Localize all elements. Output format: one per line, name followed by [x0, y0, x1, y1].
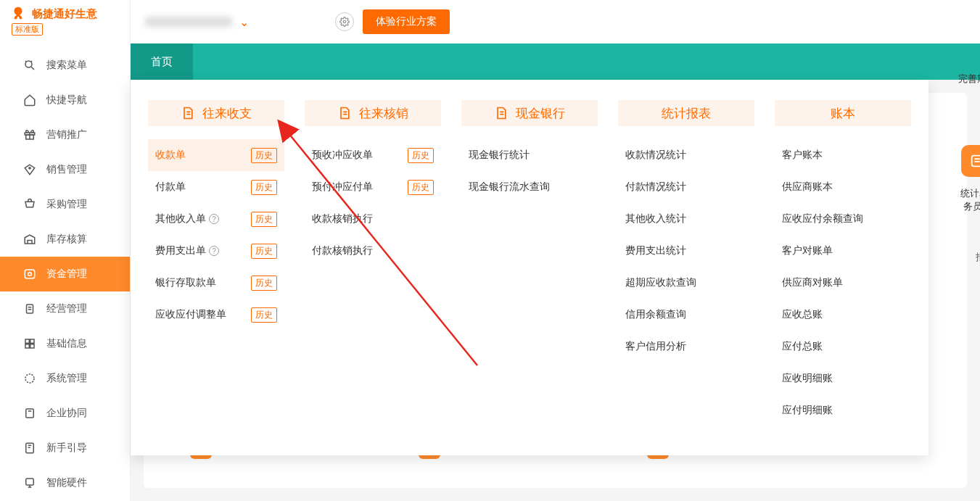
sidebar-item-12[interactable]: 智能硬件: [0, 465, 130, 500]
history-tag[interactable]: 历史: [408, 148, 434, 163]
menu-item-label: 收款情况统计: [625, 149, 686, 162]
menu-item-4-7[interactable]: 应收明细账: [775, 363, 911, 394]
home-icon: [23, 94, 36, 107]
help-icon[interactable]: ?: [209, 214, 219, 224]
mega-col-header: 统计报表: [618, 100, 754, 126]
menu-item-4-0[interactable]: 客户账本: [775, 139, 911, 171]
menu-item-4-8[interactable]: 应付明细账: [775, 394, 911, 426]
sidebar-item-10[interactable]: 企业协同: [0, 396, 130, 431]
menu-item-label: 应收总账: [782, 308, 823, 321]
clipboard-icon: [23, 302, 36, 315]
sidebar-item-label: 经营管理: [46, 302, 87, 315]
history-tag[interactable]: 历史: [251, 307, 277, 323]
sidebar-item-label: 智能硬件: [46, 476, 87, 489]
menu-item-4-6[interactable]: 应付总账: [775, 331, 911, 363]
menu-item-3-5[interactable]: 信用余额查询: [618, 299, 754, 331]
menu-item-4-1[interactable]: 供应商账本: [775, 171, 911, 203]
history-tag[interactable]: 历史: [251, 276, 277, 291]
logo-text: 畅捷通好生意: [32, 7, 97, 21]
mega-col-header: 账本: [775, 100, 911, 126]
menu-item-2-1[interactable]: 现金银行流水查询: [461, 171, 598, 203]
sidebar-item-4[interactable]: 采购管理: [0, 187, 130, 222]
menu-item-0-1[interactable]: 付款单历史: [148, 171, 284, 203]
menu-item-3-3[interactable]: 费用支出统计: [618, 235, 754, 267]
menu-item-4-5[interactable]: 应收总账: [775, 299, 911, 331]
svg-point-14: [343, 20, 346, 23]
svg-rect-8: [25, 344, 29, 348]
sidebar-item-7[interactable]: 经营管理: [0, 291, 130, 326]
menu-item-1-0[interactable]: 预收冲应收单历史: [305, 139, 441, 171]
menu-item-0-4[interactable]: 银行存取款单历史: [148, 267, 284, 299]
menu-item-label: 供应商账本: [782, 181, 833, 194]
industry-cta-button[interactable]: 体验行业方案: [363, 9, 450, 34]
history-tag[interactable]: 历史: [408, 180, 434, 195]
menu-item-label: 其他收入单?: [155, 212, 219, 225]
help-icon[interactable]: ?: [209, 246, 219, 256]
sidebar-item-5[interactable]: 库存核算: [0, 222, 130, 257]
tabbar: 首页: [131, 44, 980, 80]
main: ⌄ 体验行业方案 首页 ¥ 0人 0.00元 ¥ 0笔 0.00元 ¥ 0笔 0…: [131, 0, 980, 501]
sidebar-item-label: 销售管理: [46, 163, 87, 176]
menu-item-0-5[interactable]: 应收应付调整单历史: [148, 299, 284, 331]
search-icon: [23, 59, 36, 72]
menu-item-3-6[interactable]: 客户信用分析: [618, 331, 754, 363]
menu-item-4-2[interactable]: 应收应付余额查询: [775, 203, 911, 235]
tag-icon: [23, 163, 36, 176]
menu-item-3-4[interactable]: 超期应收款查询: [618, 267, 754, 299]
sidebar-item-1[interactable]: 快捷导航: [0, 83, 130, 117]
menu-item-2-0[interactable]: 现金银行统计: [461, 139, 598, 171]
gift-icon: [23, 128, 36, 141]
side-hint-setup[interactable]: 完善期初: [958, 73, 980, 86]
menu-item-label: 客户信用分析: [625, 340, 686, 353]
sidebar-item-label: 企业协同: [46, 407, 87, 420]
device-icon: [23, 476, 36, 489]
menu-item-label: 应付明细账: [782, 404, 833, 417]
doc-icon: [494, 106, 508, 120]
sidebar-item-6[interactable]: 资金管理: [0, 257, 130, 291]
sidebar-item-8[interactable]: 基础信息: [0, 326, 130, 361]
menu-item-3-0[interactable]: 收款情况统计: [618, 139, 754, 171]
menu-item-0-2[interactable]: 其他收入单?历史: [148, 203, 284, 235]
mega-col-3: 统计报表收款情况统计付款情况统计其他收入统计费用支出统计超期应收款查询信用余额查…: [618, 100, 754, 426]
grid-icon: [23, 337, 36, 350]
sidebar-item-11[interactable]: 新手引导: [0, 431, 130, 465]
side-report-link[interactable]: 报 >: [976, 251, 980, 264]
sidebar-item-0[interactable]: 搜索菜单: [0, 48, 130, 83]
mega-col-4: 账本客户账本供应商账本应收应付余额查询客户对账单供应商对账单应收总账应付总账应收…: [775, 100, 911, 426]
menu-item-3-2[interactable]: 其他收入统计: [618, 203, 754, 235]
menu-item-1-1[interactable]: 预付冲应付单历史: [305, 171, 441, 203]
history-tag[interactable]: 历史: [251, 148, 277, 163]
menu-item-label: 银行存取款单: [155, 276, 216, 289]
menu-item-label: 预付冲应付单: [312, 181, 373, 194]
settings-button[interactable]: [335, 12, 354, 31]
sidebar-item-9[interactable]: 系统管理: [0, 361, 130, 396]
menu-item-label: 应付总账: [782, 340, 823, 353]
menu-item-label: 客户账本: [782, 149, 823, 162]
tab-0[interactable]: 首页: [131, 44, 193, 80]
menu-item-1-3[interactable]: 付款核销执行: [305, 235, 441, 267]
side-badge-icon[interactable]: [961, 145, 980, 177]
sidebar-item-label: 库存核算: [46, 233, 87, 246]
mega-col-1: 往来核销预收冲应收单历史预付冲应付单历史收款核销执行付款核销执行: [305, 100, 441, 426]
sidebar-item-label: 基础信息: [46, 337, 87, 350]
sidebar-item-label: 系统管理: [46, 372, 87, 385]
menu-item-0-3[interactable]: 费用支出单?历史: [148, 235, 284, 267]
menu-item-label: 付款单: [155, 181, 186, 194]
cart-icon: [23, 198, 36, 211]
menu-item-1-2[interactable]: 收款核销执行: [305, 203, 441, 235]
menu-item-label: 费用支出统计: [625, 244, 686, 257]
sidebar-item-2[interactable]: 营销推广: [0, 117, 130, 152]
menu-item-0-0[interactable]: 收款单历史: [148, 139, 284, 171]
history-tag[interactable]: 历史: [251, 180, 277, 195]
menu-item-4-3[interactable]: 客户对账单: [775, 235, 911, 267]
menu-item-label: 现金银行流水查询: [469, 181, 550, 194]
svg-point-10: [25, 374, 34, 383]
side-report-label[interactable]: 统计表 务员): [952, 187, 980, 213]
history-tag[interactable]: 历史: [251, 212, 277, 227]
menu-item-3-1[interactable]: 付款情况统计: [618, 171, 754, 203]
menu-item-4-4[interactable]: 供应商对账单: [775, 267, 911, 299]
history-tag[interactable]: 历史: [251, 244, 277, 259]
svg-point-4: [28, 273, 32, 276]
org-selector[interactable]: ⌄: [145, 15, 326, 29]
sidebar-item-3[interactable]: 销售管理: [0, 152, 130, 187]
